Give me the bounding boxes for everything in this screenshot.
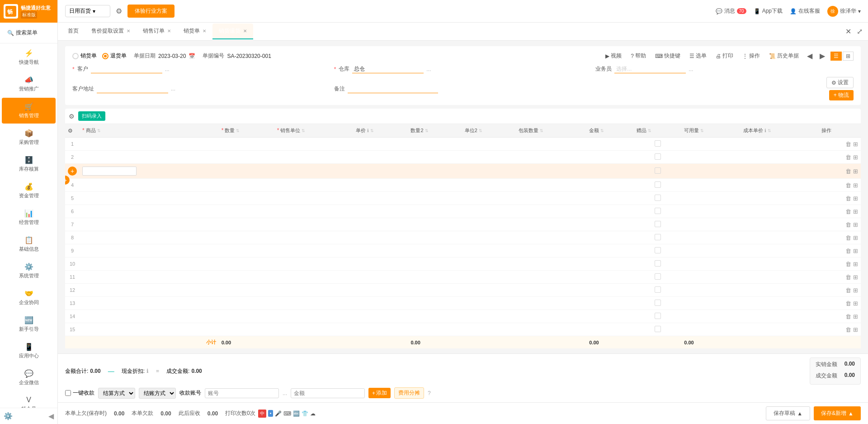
product-cell[interactable] — [80, 151, 219, 164]
gift-checkbox[interactable] — [655, 195, 661, 201]
available-cell[interactable] — [681, 297, 741, 310]
app-download-btn[interactable]: 📱 App下载 — [754, 7, 783, 15]
qty2-cell[interactable] — [408, 244, 462, 257]
tab-close-price[interactable]: ✕ — [127, 29, 130, 33]
amount-cell[interactable] — [586, 271, 634, 284]
sort-unit-icon[interactable]: ⇅ — [302, 129, 305, 133]
quantity-cell[interactable] — [219, 271, 274, 284]
calendar-icon[interactable]: 📅 — [189, 53, 195, 59]
delete-row-btn[interactable]: 🗑 — [845, 300, 851, 307]
quantity-cell[interactable] — [219, 231, 274, 244]
amount-cell[interactable] — [586, 310, 634, 323]
sort-qty-icon[interactable]: ⇅ — [236, 129, 240, 133]
radio-sales[interactable]: 销货单 — [72, 52, 97, 60]
copy-row-btn[interactable]: ⊞ — [853, 313, 858, 320]
search-menu-item[interactable]: 🔍 搜索菜单 — [4, 26, 54, 39]
delete-row-btn[interactable]: 🗑 — [845, 261, 851, 267]
qty2-cell[interactable] — [408, 151, 462, 164]
cost-cell[interactable] — [741, 297, 819, 310]
cost-cell[interactable] — [741, 192, 819, 205]
delete-row-btn[interactable]: 🗑 — [845, 313, 851, 320]
exp-btn[interactable]: 体验行业方案 — [127, 5, 175, 18]
unit2-cell[interactable] — [462, 192, 516, 205]
available-cell[interactable] — [681, 271, 741, 284]
product-cell[interactable] — [80, 138, 219, 151]
unit2-cell[interactable] — [462, 231, 516, 244]
product-cell[interactable] — [80, 323, 219, 336]
unit2-cell[interactable] — [462, 164, 516, 179]
sidebar-item-operations[interactable]: 📊 经营管理 — [2, 205, 56, 230]
sidebar-item-apps[interactable]: 📱 应用中心 — [2, 338, 56, 364]
save-new-btn[interactable]: 保存&新增 ▲ — [814, 406, 861, 420]
sidebar-item-inventory[interactable]: 🗄️ 库存核算 — [2, 151, 56, 177]
gift-cell[interactable] — [634, 257, 681, 271]
delete-row-btn[interactable]: 🗑 — [845, 234, 851, 241]
qty2-cell[interactable] — [408, 205, 462, 218]
copy-row-btn[interactable]: ⊞ — [853, 221, 858, 228]
sort-product-icon[interactable]: ⇅ — [97, 129, 101, 133]
quantity-cell[interactable] — [219, 244, 274, 257]
price-cell[interactable] — [353, 192, 408, 205]
sort-gift-icon[interactable]: ⇅ — [648, 129, 651, 133]
logistics-btn[interactable]: + 物流 — [829, 90, 854, 100]
price-cell[interactable] — [353, 218, 408, 231]
gift-cell[interactable] — [634, 179, 681, 192]
price-cell[interactable] — [353, 297, 408, 310]
delete-row-btn[interactable]: 🗑 — [845, 326, 851, 333]
quantity-cell[interactable] — [219, 205, 274, 218]
tab-close-sales-order[interactable]: ✕ — [167, 29, 171, 33]
gift-cell[interactable] — [634, 205, 681, 218]
pack-cell[interactable] — [516, 231, 586, 244]
unit-cell[interactable] — [274, 231, 353, 244]
pack-cell[interactable] — [516, 205, 586, 218]
address-input[interactable] — [97, 85, 168, 93]
price-cell[interactable] — [353, 310, 408, 323]
gift-checkbox[interactable] — [655, 286, 661, 293]
copy-row-btn[interactable]: ⊞ — [853, 195, 858, 202]
select-btn[interactable]: ☰ 选单 — [687, 51, 709, 61]
copy-row-btn[interactable]: ⊞ — [853, 168, 858, 175]
price-cell[interactable] — [353, 179, 408, 192]
cost-cell[interactable] — [741, 218, 819, 231]
unit2-cell[interactable] — [462, 284, 516, 297]
history-next-btn[interactable]: ▶ — [818, 51, 827, 61]
unit2-cell[interactable] — [462, 310, 516, 323]
list-view-btn[interactable]: ☰ — [830, 52, 842, 61]
amount-cell[interactable] — [586, 297, 634, 310]
copy-row-btn[interactable]: ⊞ — [853, 208, 858, 215]
unit-cell[interactable] — [274, 323, 353, 336]
available-cell[interactable] — [681, 179, 741, 192]
print-btn[interactable]: 🖨 打印 — [713, 51, 736, 61]
product-cell[interactable] — [80, 218, 219, 231]
setting-btn[interactable]: ⚙ 设置 — [826, 77, 854, 88]
quantity-cell[interactable] — [219, 297, 274, 310]
footer-help-icon[interactable]: ? — [428, 390, 431, 396]
qty2-cell[interactable] — [408, 284, 462, 297]
copy-row-btn[interactable]: ⊞ — [853, 261, 858, 267]
copy-row-btn[interactable]: ⊞ — [853, 234, 858, 241]
staff-input[interactable] — [614, 65, 686, 73]
sort-amount-icon[interactable]: ⇅ — [600, 129, 604, 133]
sort-qty2-icon[interactable]: ⇅ — [425, 129, 429, 133]
product-cell[interactable] — [80, 271, 219, 284]
unit2-cell[interactable] — [462, 218, 516, 231]
customer-input[interactable] — [91, 65, 162, 73]
cost-cell[interactable] — [741, 284, 819, 297]
qty2-cell[interactable] — [408, 297, 462, 310]
calc-method-select[interactable]: 结账方式 — [139, 388, 176, 399]
unit-cell[interactable] — [274, 244, 353, 257]
unit-cell[interactable] — [274, 138, 353, 151]
account-dots[interactable]: ... — [283, 390, 287, 396]
price-cell[interactable] — [353, 271, 408, 284]
delete-row-btn[interactable]: 🗑 — [845, 154, 851, 161]
quantity-cell[interactable] — [219, 138, 274, 151]
pack-cell[interactable] — [516, 218, 586, 231]
sidebar-item-shortcut[interactable]: ⚡ 快捷导航 — [2, 44, 56, 70]
quantity-cell[interactable] — [219, 218, 274, 231]
gift-cell[interactable] — [634, 151, 681, 164]
col-header-settings[interactable]: ⚙ — [65, 124, 80, 138]
pack-cell[interactable] — [516, 310, 586, 323]
qty2-cell[interactable] — [408, 271, 462, 284]
customer-dots[interactable]: ... — [165, 66, 170, 72]
product-cell[interactable] — [80, 179, 219, 192]
